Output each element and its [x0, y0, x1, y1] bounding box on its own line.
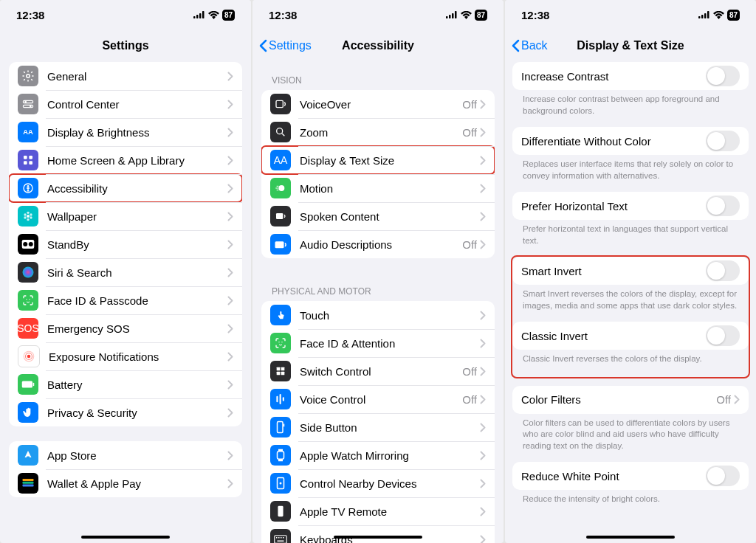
chevron-left-icon	[511, 39, 520, 52]
settings-row-face-id-passcode[interactable]: Face ID & Passcode	[9, 286, 242, 314]
svg-point-21	[24, 216, 26, 218]
settings-row-wallet-apple-pay[interactable]: Wallet & Apple Pay	[9, 469, 242, 497]
settings-row-app-store[interactable]: App Store	[9, 441, 242, 469]
svg-rect-52	[276, 396, 278, 402]
toggle-switch[interactable]	[706, 196, 740, 216]
toggle-row-classic-invert[interactable]: Classic Invert	[512, 322, 749, 350]
row-label: Emergency SOS	[47, 322, 227, 335]
svg-rect-53	[280, 394, 281, 404]
gear-icon	[18, 66, 38, 86]
svg-point-19	[30, 216, 32, 218]
toggle-row-prefer-horizontal-text[interactable]: Prefer Horizontal Text	[512, 192, 749, 220]
section-header-vision: Vision	[261, 62, 495, 90]
svg-rect-44	[276, 213, 283, 219]
settings-list[interactable]: GeneralControl CenterAADisplay & Brightn…	[0, 62, 251, 543]
svg-rect-33	[33, 383, 35, 387]
back-button[interactable]: Back	[511, 39, 548, 52]
settings-row-home-screen-app-library[interactable]: Home Screen & App Library	[9, 146, 242, 174]
chevron-right-icon	[480, 240, 486, 249]
settings-row-general[interactable]: General	[9, 62, 242, 90]
chevron-right-icon	[480, 507, 486, 516]
toggle-switch[interactable]	[706, 260, 740, 281]
home-indicator[interactable]	[334, 536, 422, 539]
svg-rect-68	[278, 541, 284, 542]
settings-row-apple-tv-remote[interactable]: Apple TV Remote	[261, 497, 495, 525]
settings-row-voiceover[interactable]: VoiceOverOff	[261, 90, 495, 118]
signal-icon	[446, 11, 458, 18]
row-label: Wallet & Apple Pay	[47, 477, 227, 490]
accessibility-list[interactable]: Vision VoiceOverOffZoomOffAADisplay & Te…	[252, 62, 504, 543]
row-label: Exposure Notifications	[49, 350, 227, 363]
settings-row-control-nearby-devices[interactable]: Control Nearby Devices	[261, 469, 495, 497]
keyboard-icon	[270, 529, 291, 543]
toggle-row-smart-invert[interactable]: Smart Invert	[512, 257, 749, 285]
settings-row-privacy-security[interactable]: Privacy & Security	[9, 398, 242, 426]
settings-row-voice-control[interactable]: Voice ControlOff	[261, 385, 495, 413]
row-value: Off	[462, 98, 477, 111]
chevron-right-icon	[480, 100, 486, 109]
settings-row-zoom[interactable]: ZoomOff	[261, 118, 495, 146]
settings-row-display-brightness[interactable]: AADisplay & Brightness	[9, 118, 242, 146]
chevron-right-icon	[480, 311, 486, 320]
toggle-switch[interactable]	[706, 466, 740, 486]
settings-row-audio-descriptions[interactable]: Audio DescriptionsOff	[261, 230, 495, 258]
status-icons: 87	[698, 10, 740, 21]
voiceover-icon	[270, 94, 291, 114]
chevron-right-icon	[734, 395, 740, 404]
toggle-switch[interactable]	[706, 325, 740, 346]
svg-point-42	[277, 128, 283, 134]
settings-row-touch[interactable]: Touch	[261, 301, 495, 329]
svg-rect-41	[276, 100, 283, 107]
svg-rect-32	[22, 381, 32, 388]
person-icon	[18, 178, 38, 198]
svg-rect-35	[23, 482, 34, 484]
settings-row-keyboards[interactable]: Keyboards	[261, 525, 495, 543]
settings-row-side-button[interactable]: Side Button	[261, 413, 495, 441]
toggle-switch[interactable]	[706, 131, 740, 151]
settings-row-siri-search[interactable]: Siri & Search	[9, 258, 242, 286]
settings-row-motion[interactable]: Motion	[261, 174, 495, 202]
svg-rect-71	[704, 13, 707, 18]
battery-icon: 87	[727, 10, 740, 21]
back-button[interactable]: Settings	[258, 39, 312, 52]
ad-icon	[270, 234, 291, 255]
toggle-row-color-filters[interactable]: Color FiltersOff	[512, 386, 749, 414]
svg-rect-49	[281, 367, 285, 371]
settings-row-control-center[interactable]: Control Center	[9, 90, 242, 118]
row-label: Increase Contrast	[521, 70, 706, 83]
settings-row-exposure-notifications[interactable]: Exposure Notifications	[9, 342, 242, 370]
svg-rect-72	[707, 11, 709, 18]
svg-rect-63	[275, 536, 287, 543]
settings-row-emergency-sos[interactable]: SOSEmergency SOS	[9, 314, 242, 342]
battery-icon: 87	[222, 10, 235, 21]
settings-row-accessibility[interactable]: Accessibility	[9, 174, 242, 202]
home-indicator[interactable]	[81, 536, 170, 539]
settings-row-spoken-content[interactable]: Spoken Content	[261, 202, 495, 230]
section-header-physical: Physical and Motor	[261, 273, 495, 301]
display-text-size-list[interactable]: Increase ContrastIncrease color contrast…	[505, 62, 756, 543]
svg-rect-7	[23, 105, 32, 107]
footer-text: Color filters can be used to differentia…	[512, 414, 749, 463]
settings-row-face-id-attention[interactable]: Face ID & Attention	[261, 329, 495, 357]
toggle-row-reduce-white-point[interactable]: Reduce White Point	[512, 462, 749, 490]
toggle-row-differentiate-without-color[interactable]: Differentiate Without Color	[512, 127, 749, 155]
settings-row-wallpaper[interactable]: Wallpaper	[9, 202, 242, 230]
svg-rect-59	[278, 460, 283, 461]
settings-row-display-text-size[interactable]: AADisplay & Text Size	[261, 146, 495, 174]
toggle-switch[interactable]	[706, 66, 740, 86]
home-indicator[interactable]	[586, 536, 675, 539]
settings-row-apple-watch-mirroring[interactable]: Apple Watch Mirroring	[261, 441, 495, 469]
settings-row-switch-control[interactable]: Switch ControlOff	[261, 357, 495, 385]
chevron-right-icon	[227, 212, 233, 221]
svg-point-17	[27, 212, 29, 214]
toggle-row-increase-contrast[interactable]: Increase Contrast	[512, 62, 749, 90]
chevron-left-icon	[258, 39, 267, 52]
settings-row-battery[interactable]: Battery	[9, 370, 242, 398]
settings-row-standby[interactable]: StandBy	[9, 230, 242, 258]
footer-text: Smart Invert reverses the colors of the …	[512, 285, 749, 322]
signal-icon	[193, 11, 205, 18]
svg-rect-58	[278, 449, 283, 451]
status-icons: 87	[446, 10, 487, 21]
svg-rect-51	[281, 372, 285, 376]
chevron-right-icon	[480, 184, 486, 193]
